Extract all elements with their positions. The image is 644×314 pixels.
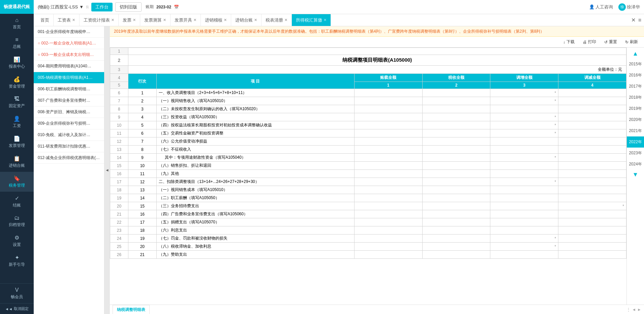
collapse-panel-button[interactable]: ◄ [104, 26, 110, 314]
tab-income-tax[interactable]: 所得税汇算缴✕ [292, 14, 331, 26]
close-tab-purchase-audit[interactable]: ✕ [224, 18, 227, 22]
sidebar-item-label: 报表中心 [9, 64, 25, 69]
sidebar-item-asset-mgmt[interactable]: 💰 资金管理 [0, 73, 34, 93]
tab-payroll[interactable]: 工资表✕ [54, 14, 80, 26]
left-panel-item-006[interactable]: 006-职工薪酬纳税调整明细… [34, 84, 104, 95]
left-panel-item-003[interactable]: ○ 003-一般企业成本支出明细… [34, 49, 104, 61]
company-label: (物副) 江西股宝-LSS [38, 4, 78, 10]
sidebar-item-guide[interactable]: ✦ 新手引导 [0, 251, 34, 271]
year-item-2018[interactable]: 2018年 [627, 92, 644, 103]
year-item-2016[interactable]: 2016年 [627, 70, 644, 81]
consult-link[interactable]: 👤 人工咨询 [589, 4, 613, 10]
year-item-2017[interactable]: 2017年 [627, 81, 644, 92]
left-panel-item-009[interactable]: 009-企业所得税弥补亏损明… [34, 118, 104, 129]
close-tab-payroll[interactable]: ✕ [72, 18, 75, 22]
spreadsheet-wrapper[interactable]: 1 2 纳税调整项目明细表(A105000) 3 全额单位：元 [110, 48, 626, 305]
left-panel-item-005[interactable]: 005-纳税调整项目明细表(A1… [34, 72, 104, 84]
pin-sidebar-button[interactable]: ◄◄ 取消固定 [0, 303, 34, 314]
table-row: 4 行次 项 目 账载全额 税收全额 调增全额 调减全额 [110, 74, 626, 82]
left-panel-item-008[interactable]: 008-资产折旧、摊销及纳税… [34, 106, 104, 118]
tab-payroll-report[interactable]: 工资统计报表✕ [80, 14, 119, 26]
report-icon: 📊 [13, 56, 20, 63]
sidebar-item-report[interactable]: 📊 报表中心 [0, 53, 34, 73]
left-panel-item-007[interactable]: 007-广告费和业务宣传费时… [34, 95, 104, 106]
left-panel-item-010[interactable]: 010-免税、减计收入及加计… [34, 129, 104, 141]
tab-purchase-ledger[interactable]: 进销台账✕ [231, 14, 262, 26]
sidebar-item-tax[interactable]: 🔖 税务管理 [0, 172, 34, 192]
sidebar-item-archive[interactable]: 🗂 归档管理 [0, 212, 34, 231]
close-tab-invoice-calc[interactable]: ✕ [163, 18, 166, 22]
year-nav-up[interactable]: ▲ [631, 49, 640, 59]
left-panel-item-011[interactable]: 011-研发费用加计扣除优惠… [34, 141, 104, 152]
year-item-2021[interactable]: 2021年 [627, 125, 644, 136]
close-tab-invoice-issue[interactable]: ✕ [193, 18, 196, 22]
left-panel-item-012[interactable]: 012-减免企业所得税优惠明细表(… [34, 152, 104, 164]
download-button[interactable]: ↓ 下载 [561, 38, 577, 46]
sidebar-item-purchase-sale[interactable]: 📋 进销台账 [0, 152, 34, 172]
bottom-tabbar: 纳税调整明细表 ⋮ ◄ ► [110, 305, 644, 314]
workbench-button[interactable]: 工作台 [91, 3, 113, 11]
close-tab-payroll-report[interactable]: ✕ [111, 18, 114, 22]
nav-more-icon[interactable]: ≡ [638, 17, 641, 23]
tab-purchase-audit[interactable]: 进销稽核✕ [201, 14, 231, 26]
table-row: 3 全额单位：元 [110, 66, 626, 74]
tab-tax-list[interactable]: 税表清册✕ [262, 14, 292, 26]
content-area: 001-企业所得税年度纳税申… ○ 002-一般企业收入明细表(A1… ○ 00… [34, 26, 644, 314]
year-item-2023[interactable]: 2023年 [627, 148, 644, 159]
year-item-2024[interactable]: 2024年 [627, 159, 644, 170]
topbar: (物副) 江西股宝-LSS ▼ ⎘ 工作台 切到旧版 账期 2023-02 📅 … [34, 0, 644, 14]
year-item-2020[interactable]: 2020年 [627, 114, 644, 125]
tab-home[interactable]: 首页 [36, 14, 54, 26]
table-row: 15 10 （八）销售折扣、折让和退回 [110, 162, 626, 170]
sidebar-item-member[interactable]: V 畅会员 [0, 284, 34, 303]
user-info[interactable]: 徐 徐泽华 [618, 3, 640, 11]
table-row: 21 16 （四）广告费和业务宣传费支出（填写A105060） [110, 210, 626, 218]
table-row: 1 [110, 48, 626, 55]
company-selector[interactable]: (物副) 江西股宝-LSS ▼ [38, 4, 84, 10]
tax-icon: 🔖 [13, 175, 20, 182]
tab-invoice-calc[interactable]: 发票测算✕ [140, 14, 171, 26]
reset-button[interactable]: ↺ 重置 [602, 38, 619, 46]
year-item-2019[interactable]: 2019年 [627, 103, 644, 114]
print-icon: 🖨 [583, 40, 587, 44]
refresh-button[interactable]: ↻ 刷新 [623, 38, 640, 46]
close-all-icon[interactable]: ✕ [631, 17, 636, 23]
invoice-icon: 📄 [13, 135, 20, 142]
close-tab-tax-list[interactable]: ✕ [284, 18, 287, 22]
col-header-xiangmu: 项 目 [156, 74, 354, 89]
table-row: 6 1 一、收入类调整项目（2+3+4+5+6+7+8+10+11） * [110, 89, 626, 97]
sidebar-item-invoice[interactable]: 📄 发票管理 [0, 132, 34, 152]
left-panel-item-001[interactable]: 001-企业所得税年度纳税申… [34, 26, 104, 38]
sidebar-item-label: 进销台账 [9, 163, 25, 168]
spreadsheet-container: 1 2 纳税调整项目明细表(A105000) 3 全额单位：元 [110, 48, 644, 305]
sidebar-item-ledger[interactable]: ≡ 总账 [0, 33, 34, 53]
sidebar-item-settle[interactable]: ✓ 结账 [0, 192, 34, 212]
sidebar-item-settings[interactable]: ⚙ 设置 [0, 231, 34, 251]
close-tab-income-tax[interactable]: ✕ [324, 18, 327, 22]
print-button[interactable]: 🖨 打印 [581, 38, 598, 46]
calendar-icon[interactable]: 📅 [174, 5, 179, 9]
tab-invoice-issue[interactable]: 发票开具✕ [171, 14, 201, 26]
table-row: 2 纳税调整项目明细表(A105000) [110, 55, 626, 66]
year-item-2015[interactable]: 2015年 [627, 59, 644, 70]
tab-invoice[interactable]: 发票✕ [119, 14, 140, 26]
sidebar-item-label: 发票管理 [9, 143, 25, 149]
col-header-c4: 调减全额 [558, 74, 626, 82]
close-tab-invoice[interactable]: ✕ [133, 18, 136, 22]
sidebar-item-fixed-asset[interactable]: 🏗 固定资产 [0, 93, 34, 112]
sidebar-item-payroll[interactable]: 👤 工资 [0, 112, 34, 132]
sheet-table: 1 2 纳税调整项目明细表(A105000) 3 全额单位：元 [110, 48, 626, 259]
close-tab-purchase-ledger[interactable]: ✕ [254, 18, 257, 22]
bottom-tab-adjust[interactable]: 纳税调整明细表 [113, 305, 150, 314]
table-row: 13 8 （七）不征税收入 [110, 146, 626, 154]
copy-icon[interactable]: ⎘ [86, 5, 89, 9]
year-item-2022[interactable]: 2022年 [627, 136, 644, 148]
sheet-toolbar: ↓ 下载 🖨 打印 ↺ 重置 ↻ 刷新 [110, 37, 644, 48]
sidebar-item-home[interactable]: ⌂ 首页 [0, 14, 34, 33]
left-panel-item-002[interactable]: ○ 002-一般企业收入明细表(A1… [34, 38, 104, 49]
left-panel-item-004[interactable]: 004-期间费用明细表(A1040… [34, 61, 104, 72]
sidebar-item-label: 总账 [13, 44, 21, 50]
old-version-button[interactable]: 切到旧版 [115, 2, 142, 12]
year-nav-down[interactable]: ▼ [631, 170, 640, 180]
ledger-icon: ≡ [15, 37, 18, 43]
